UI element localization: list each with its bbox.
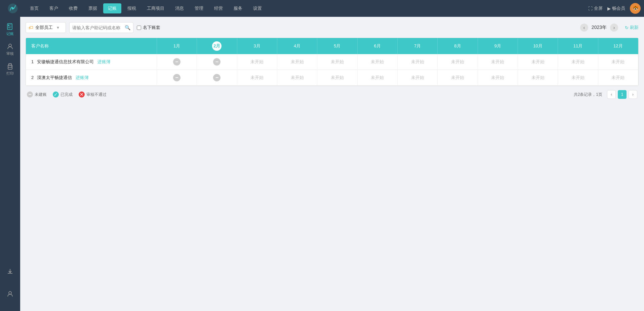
not-built-icon[interactable]: − <box>213 74 220 81</box>
table-scroll: 客户名称 1月 2月 3月 4月 5月 6月 7月 8月 9月 10月 11月 <box>26 38 638 86</box>
employee-icon: 🏷 <box>29 25 33 30</box>
cell-row1-month9: 未开始 <box>478 54 518 70</box>
cell-row2-month3: 未开始 <box>237 70 277 86</box>
search-icon[interactable]: 🔍 <box>125 25 130 30</box>
svg-rect-8 <box>8 67 12 69</box>
refresh-label: 刷新 <box>630 25 639 31</box>
cell-row2-month10: 未开始 <box>518 70 558 86</box>
pagination: 共2条记录，1页 ‹ 1 › <box>574 90 637 99</box>
employee-select[interactable]: 🏷 全部员工 ▼ <box>26 22 66 33</box>
table-row: 1 安徽畅捷通信息技术有限公司 进账簿 −−未开始未开始未开始未开始未开始未开始… <box>26 54 638 70</box>
my-accounts-checkbox-wrap[interactable]: 名下账套 <box>137 25 160 31</box>
not-built-icon[interactable]: − <box>213 58 220 66</box>
nav-menu: 首页 客户 收费 票据 记账 报税 工商项目 消息 管理 经营 服务 设置 <box>25 3 588 13</box>
refresh-button[interactable]: ↻ 刷新 <box>625 25 639 31</box>
not-started-label: 未开始 <box>571 59 585 64</box>
cell-row2-month4: 未开始 <box>277 70 317 86</box>
search-wrap: 🔍 <box>69 22 133 33</box>
not-started-label: 未开始 <box>291 59 304 64</box>
not-started-label: 未开始 <box>451 59 464 64</box>
sidebar-label-print: 打印 <box>6 71 14 76</box>
row-number: 2 <box>31 75 34 80</box>
prev-page-button[interactable]: ‹ <box>607 90 616 99</box>
col-month-5: 5月 <box>317 38 357 54</box>
not-started-label: 未开始 <box>611 59 625 64</box>
cell-row2-month12: 未开始 <box>598 70 638 86</box>
col-month-10: 10月 <box>518 38 558 54</box>
avatar[interactable]: 🐯 <box>630 3 641 14</box>
page-1-button[interactable]: 1 <box>618 90 627 99</box>
row-number: 1 <box>31 59 34 64</box>
nav-client[interactable]: 客户 <box>45 3 63 13</box>
nav-operations[interactable]: 经营 <box>209 3 228 13</box>
print-icon <box>6 63 14 70</box>
accounts-table-wrap: 客户名称 1月 2月 3月 4月 5月 6月 7月 8月 9月 10月 11月 <box>26 38 639 86</box>
not-built-icon[interactable]: − <box>173 58 180 66</box>
col-client-name: 客户名称 <box>26 38 157 54</box>
nav-tax[interactable]: 报税 <box>123 3 141 13</box>
svg-point-7 <box>9 44 11 47</box>
legend-label-completed: 已完成 <box>61 92 73 98</box>
sidebar-item-bookkeeping[interactable]: 记账 <box>2 20 18 39</box>
nav-billing[interactable]: 收费 <box>64 3 82 13</box>
sidebar-label-audit: 审核 <box>6 51 14 56</box>
year-prev-button[interactable]: ‹ <box>580 24 588 32</box>
client-name-cell: 2 漠澳太平畅捷通信 进账簿 <box>26 70 157 86</box>
table-footer: − 未建账 ✓ 已完成 ✕ 审核不通过 共2条记录，1页 ‹ 1 › <box>26 86 639 100</box>
cell-row1-month3: 未开始 <box>237 54 277 70</box>
col-month-2: 2月 <box>197 38 237 54</box>
not-started-label: 未开始 <box>331 59 344 64</box>
svg-rect-3 <box>8 25 9 26</box>
client-name: 安徽畅捷通信息技术有限公司 <box>37 59 94 64</box>
table-header-row: 客户名称 1月 2月 3月 4月 5月 6月 7月 8月 9月 10月 11月 <box>26 38 638 54</box>
top-nav: 首页 客户 收费 票据 记账 报税 工商项目 消息 管理 经营 服务 设置 ⛶ … <box>0 0 644 17</box>
nav-invoice[interactable]: 票据 <box>84 3 102 13</box>
bookkeeping-icon <box>6 23 14 30</box>
nav-manage[interactable]: 管理 <box>190 3 208 13</box>
not-started-label: 未开始 <box>371 59 384 64</box>
col-month-6: 6月 <box>357 38 397 54</box>
next-page-button[interactable]: › <box>629 90 637 99</box>
not-built-icon[interactable]: − <box>173 74 180 81</box>
cell-row1-month4: 未开始 <box>277 54 317 70</box>
fullscreen-button[interactable]: ⛶ 全屏 <box>588 5 603 11</box>
not-started-label: 未开始 <box>531 59 545 64</box>
nav-settings[interactable]: 设置 <box>248 3 267 13</box>
sidebar-item-print[interactable]: 打印 <box>2 60 18 78</box>
client-name: 漠澳太平畅捷通信 <box>37 75 72 80</box>
nav-bookkeeping[interactable]: 记账 <box>103 3 121 13</box>
nav-message[interactable]: 消息 <box>170 3 189 13</box>
nav-home[interactable]: 首页 <box>25 3 43 13</box>
search-input[interactable] <box>72 25 123 30</box>
enter-ledger-link[interactable]: 进账簿 <box>76 75 89 80</box>
app-logo <box>3 3 22 14</box>
cell-row2-month11: 未开始 <box>558 70 598 86</box>
cell-row1-month10: 未开始 <box>518 54 558 70</box>
svg-rect-9 <box>9 64 11 65</box>
legend-dot-teal: ✓ <box>53 91 59 98</box>
enter-ledger-link[interactable]: 进账簿 <box>97 59 111 64</box>
my-accounts-checkbox[interactable] <box>137 26 141 30</box>
client-name-cell: 1 安徽畅捷通信息技术有限公司 进账簿 <box>26 54 157 70</box>
nav-business[interactable]: 工商项目 <box>142 3 169 13</box>
cell-row2-month7: 未开始 <box>397 70 437 86</box>
nav-service[interactable]: 服务 <box>229 3 247 13</box>
col-month-8: 8月 <box>438 38 478 54</box>
cell-row2-month6: 未开始 <box>357 70 397 86</box>
year-next-button[interactable]: › <box>610 24 618 32</box>
sidebar-download[interactable] <box>2 262 18 280</box>
legend-dot-red: ✕ <box>79 91 85 98</box>
vip-button[interactable]: ▶ 畅会员 <box>607 5 625 11</box>
accounts-table: 客户名称 1月 2月 3月 4月 5月 6月 7月 8月 9月 10月 11月 <box>26 38 638 86</box>
cell-row1-month11: 未开始 <box>558 54 598 70</box>
legend-not-built: − 未建账 <box>27 91 47 98</box>
not-started-label: 未开始 <box>411 75 424 80</box>
sidebar-user[interactable] <box>2 284 18 303</box>
sidebar-item-audit[interactable]: 审核 <box>2 40 18 59</box>
svg-point-11 <box>9 291 11 294</box>
col-month-7: 7月 <box>397 38 437 54</box>
cell-row1-month2: − <box>197 54 237 70</box>
fullscreen-label: 全屏 <box>594 5 603 11</box>
legend-rejected: ✕ 审核不通过 <box>79 91 107 98</box>
not-started-label: 未开始 <box>250 59 264 64</box>
